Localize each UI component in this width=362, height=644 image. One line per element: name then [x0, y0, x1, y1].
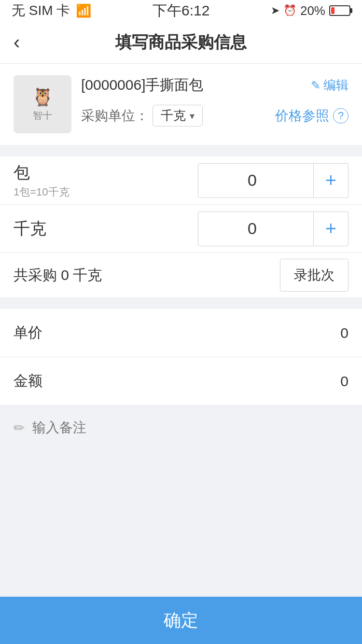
- kg-plus-button[interactable]: +: [314, 211, 348, 246]
- battery-percent: 20%: [300, 3, 325, 18]
- image-text: 智十: [33, 109, 52, 122]
- kg-input-control: +: [62, 211, 348, 246]
- bag-sub-label: 1包=10千克: [14, 185, 70, 199]
- owl-icon: 🦉: [32, 87, 54, 107]
- product-card: 🦉 智十 [0000006]手撕面包 ✎ 编辑 采购单位： 千克 ▾ 价格参照 …: [0, 64, 362, 149]
- kg-label-group: 千克: [14, 218, 62, 240]
- divider-2: [0, 301, 362, 309]
- content-area: [0, 454, 362, 599]
- confirm-button[interactable]: 确定: [0, 597, 362, 644]
- unit-value: 千克: [161, 107, 186, 124]
- price-row: 单价 0: [0, 309, 362, 357]
- help-icon: ?: [333, 108, 348, 124]
- price-value: 0: [340, 325, 348, 341]
- record-batch-button[interactable]: 录批次: [280, 259, 348, 292]
- remark-section: ✏: [0, 406, 362, 454]
- bag-label-group: 包 1包=10千克: [14, 162, 70, 199]
- battery-fill: [331, 7, 334, 14]
- bag-input-control: +: [70, 163, 348, 198]
- kg-label: 千克: [14, 218, 62, 240]
- product-title-row: [0000006]手撕面包 ✎ 编辑: [81, 75, 348, 95]
- kg-quantity-input[interactable]: [198, 211, 314, 246]
- product-name: [0000006]手撕面包: [81, 75, 203, 95]
- unit-label: 采购单位：: [81, 107, 149, 125]
- product-image: 🦉 智十: [14, 75, 71, 133]
- remark-input[interactable]: [32, 420, 348, 435]
- amount-row: 金额 0: [0, 357, 362, 406]
- status-right: ➤ ⏰ 20%: [271, 3, 350, 18]
- status-time: 下午6:12: [153, 1, 209, 21]
- wifi-icon: 📶: [76, 3, 91, 18]
- alarm-icon: ⏰: [283, 4, 296, 17]
- bag-label: 包: [14, 162, 70, 184]
- bag-input-row: 包 1包=10千克 +: [0, 156, 362, 205]
- amount-value: 0: [340, 373, 348, 390]
- unit-select-dropdown[interactable]: 千克 ▾: [153, 105, 203, 126]
- sim-label: 无 SIM 卡: [12, 1, 70, 20]
- pencil-icon: ✏: [14, 420, 25, 436]
- input-section: 包 1包=10千克 + 千克 +: [0, 156, 362, 253]
- chevron-down-icon: ▾: [190, 110, 195, 122]
- bag-quantity-input[interactable]: [198, 163, 314, 198]
- divider-1: [0, 149, 362, 156]
- unit-selector-row: 采购单位： 千克 ▾: [81, 105, 203, 126]
- edit-button[interactable]: ✎ 编辑: [311, 77, 348, 94]
- back-button[interactable]: ‹: [14, 31, 20, 53]
- price-ref-label: 价格参照: [275, 107, 329, 125]
- nav-bar: ‹ 填写商品采购信息: [0, 21, 362, 64]
- kg-input-row: 千克 +: [0, 205, 362, 253]
- status-bar: 无 SIM 卡 📶 下午6:12 ➤ ⏰ 20%: [0, 0, 362, 21]
- summary-row: 共采购 0 千克 录批次: [0, 253, 362, 301]
- summary-text: 共采购 0 千克: [14, 266, 102, 285]
- edit-icon: ✎: [311, 79, 320, 92]
- battery-icon: [329, 5, 350, 16]
- product-unit-row: 采购单位： 千克 ▾ 价格参照 ?: [81, 105, 348, 126]
- page-title: 填写商品采购信息: [115, 31, 247, 54]
- price-ref-button[interactable]: 价格参照 ?: [275, 107, 348, 125]
- amount-label: 金额: [14, 371, 42, 391]
- status-left: 无 SIM 卡 📶: [12, 1, 91, 20]
- detail-section: 单价 0 金额 0: [0, 309, 362, 406]
- price-label: 单价: [14, 323, 42, 343]
- bag-plus-button[interactable]: +: [314, 163, 348, 198]
- location-icon: ➤: [271, 4, 279, 17]
- product-info: [0000006]手撕面包 ✎ 编辑 采购单位： 千克 ▾ 价格参照 ?: [81, 75, 348, 126]
